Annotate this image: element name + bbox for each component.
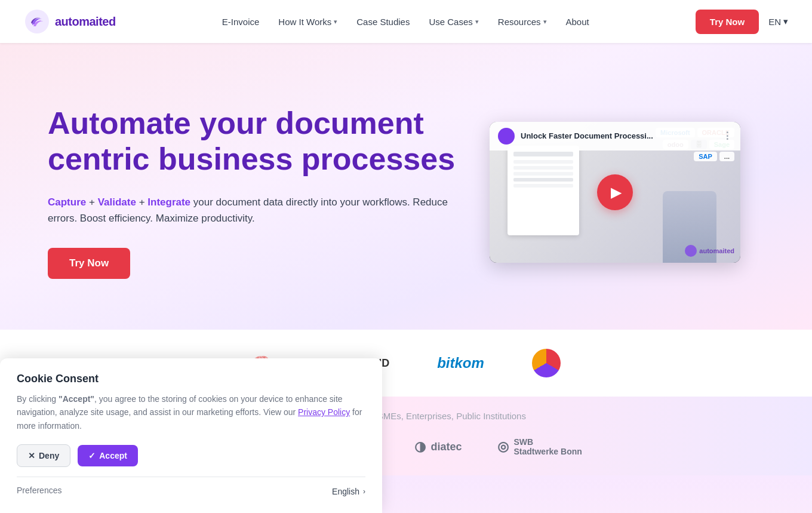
video-play-button[interactable]: ▶ xyxy=(597,174,633,210)
video-thumbnail: ▶ Microsoft ORACLE odoo 🗄 Sage xyxy=(490,122,740,263)
nav-link-how-it-works[interactable]: How It Works ▾ xyxy=(278,17,337,27)
more-logos-chip: ... xyxy=(719,152,734,161)
cookie-deny-button[interactable]: ✕ Deny xyxy=(17,444,70,467)
nav-link-about[interactable]: About xyxy=(566,17,589,27)
client-diatec: ◑ diatec xyxy=(414,439,462,454)
brand-logo-icon xyxy=(24,8,50,35)
hero-title: Automate your document centric business … xyxy=(48,106,466,177)
cookie-preferences-link[interactable]: Preferences xyxy=(17,486,61,495)
deny-icon: ✕ xyxy=(28,451,35,460)
chevron-right-icon: › xyxy=(363,487,365,496)
nav-link-e-invoice[interactable]: E-Invoice xyxy=(222,17,260,27)
brand-logo[interactable]: automaited xyxy=(24,8,116,35)
hero-subtitle: Capture + Validate + Integrate your docu… xyxy=(48,194,466,226)
chevron-down-icon: ▾ xyxy=(783,16,788,27)
cookie-language-selector[interactable]: English › xyxy=(332,487,365,496)
brand-name: automaited xyxy=(55,15,116,29)
video-title-bar: Unlock Faster Document Processi... ⋮ xyxy=(490,122,740,150)
hero-section: Automate your document centric business … xyxy=(0,43,812,330)
video-logo-icon xyxy=(498,128,515,145)
sap-logo-chip: SAP xyxy=(694,152,717,161)
nav-links: E-Invoice How It Works ▾ Case Studies Us… xyxy=(222,17,589,27)
nav-link-use-cases[interactable]: Use Cases ▾ xyxy=(429,17,478,27)
chevron-down-icon: ▾ xyxy=(334,18,337,26)
client-swb: ◎ SWBStadtwerke Bonn xyxy=(497,437,582,456)
video-watermark: automaited xyxy=(685,245,734,257)
nav-try-now-button[interactable]: Try Now xyxy=(696,10,759,34)
nav-link-resources[interactable]: Resources ▾ xyxy=(498,17,547,27)
nav-link-case-studies[interactable]: Case Studies xyxy=(356,17,410,27)
partner-bitkom: bitkom xyxy=(437,355,484,371)
chevron-down-icon: ▾ xyxy=(543,18,547,26)
swb-icon: ◎ xyxy=(497,439,509,454)
partner-circle xyxy=(532,349,561,377)
hero-try-now-button[interactable]: Try Now xyxy=(48,248,130,279)
language-selector[interactable]: EN ▾ xyxy=(768,16,788,27)
cookie-title: Cookie Consent xyxy=(17,373,365,385)
navbar: automaited E-Invoice How It Works ▾ Case… xyxy=(0,0,812,43)
accept-icon: ✓ xyxy=(88,451,96,460)
cookie-accept-button[interactable]: ✓ Accept xyxy=(78,445,138,466)
hero-content: Automate your document centric business … xyxy=(48,106,466,279)
video-title-text: Unlock Faster Document Processi... xyxy=(521,131,653,140)
nav-right: Try Now EN ▾ xyxy=(696,10,788,34)
cookie-banner: Cookie Consent By clicking "Accept", you… xyxy=(0,358,382,513)
diatec-icon: ◑ xyxy=(414,439,426,454)
video-more-icon: ⋮ xyxy=(722,130,732,142)
chevron-down-icon: ▾ xyxy=(475,18,479,26)
cookie-body: By clicking "Accept", you agree to the s… xyxy=(17,392,365,432)
privacy-policy-link[interactable]: Privacy Policy xyxy=(298,407,350,417)
video-bg-doc xyxy=(508,146,579,235)
hero-video: ▶ Microsoft ORACLE odoo 🗄 Sage xyxy=(490,122,740,263)
cookie-actions: ✕ Deny ✓ Accept xyxy=(17,444,365,467)
cookie-footer: Preferences English › xyxy=(17,477,365,496)
play-icon: ▶ xyxy=(611,184,622,201)
circle-logo-icon xyxy=(532,349,561,377)
